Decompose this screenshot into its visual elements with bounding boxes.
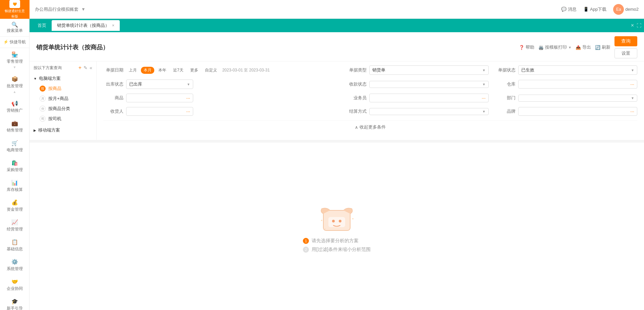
desktop-group-arrow: ▼	[34, 77, 37, 81]
scheme-collapse-btn[interactable]: «	[90, 65, 92, 70]
store-status-label: 出库状态	[103, 81, 123, 87]
goods-input[interactable]: ···	[126, 94, 193, 102]
shortcut-this-month[interactable]: 本月	[141, 67, 154, 74]
scheme-item-by-category[interactable]: 分 按商品分类	[30, 104, 96, 114]
sidebar-item-sales-label: 销售管理	[7, 127, 23, 133]
scheme-item-by-goods-label: 按商品	[48, 86, 61, 92]
payment-select[interactable]: ▼	[369, 81, 488, 88]
hint-1: 1 请先选择要分析的方案	[303, 238, 371, 244]
goods-label: 商品	[103, 95, 123, 101]
tab-active-label: 销货单统计计表（按商品）	[57, 22, 109, 29]
scheme-item-by-goods[interactable]: 按 按商品	[30, 84, 96, 94]
shortcut-7days[interactable]: 近7天	[170, 67, 186, 74]
shortcut-this-year[interactable]: 本年	[156, 67, 169, 74]
collapse-filters-btn[interactable]: ∧ 收起更多条件	[355, 124, 386, 130]
tab-close-btn[interactable]: ×	[112, 23, 114, 28]
sidebar-item-finance[interactable]: 💰 资金管理	[0, 196, 29, 216]
main-area: 办公用品行业模拟账套 ▼ 💬 消息 📱 App下载 Ea demo2 首页 销货…	[30, 0, 644, 310]
window-expand-btn[interactable]: ⛶	[637, 23, 641, 28]
sidebar-item-ecommerce[interactable]: 🛒 电商管理	[0, 137, 29, 156]
sidebar-item-sales[interactable]: 💼 销售管理	[0, 117, 29, 137]
scheme-item-by-month-goods[interactable]: 月 按月+商品	[30, 94, 96, 104]
goods-control: ···	[126, 94, 340, 102]
quick-nav-btn[interactable]: ⚡ 快捷导航	[0, 37, 29, 48]
goods-dots[interactable]: ···	[186, 95, 190, 101]
wholesale-icon: 📦	[11, 76, 18, 82]
sidebar-item-system-label: 系统管理	[7, 266, 23, 272]
hint-2-num: 2	[303, 247, 309, 253]
receiver-input[interactable]: ···	[126, 107, 193, 116]
staff-dots[interactable]: ···	[482, 95, 486, 101]
brand-input[interactable]: ···	[518, 107, 637, 116]
shortcut-custom[interactable]: 自定义	[202, 67, 220, 74]
help-btn[interactable]: ❓ 帮助	[519, 44, 534, 50]
industry-selector[interactable]: 办公用品行业模拟账套 ▼	[35, 6, 86, 12]
store-status-arrow: ▼	[187, 83, 190, 86]
tab-active[interactable]: 销货单统计计表（按商品） ×	[52, 20, 120, 31]
dept-select[interactable]: ▼	[518, 95, 637, 102]
filter-row-2: 出库状态 已出库 ▼ 收款状态	[103, 80, 637, 89]
scheme-add-btn[interactable]: +	[78, 65, 82, 71]
staff-input[interactable]: ···	[369, 94, 488, 102]
export-btn[interactable]: 📤 导出	[576, 44, 591, 50]
scheme-group-desktop-header[interactable]: ▼ 电脑端方案	[30, 73, 96, 84]
date-shortcuts: 上月 本月 本年 近7天 更多 自定义	[126, 67, 220, 74]
app-name: 畅捷通好生意	[5, 9, 25, 13]
search-menu-btn[interactable]: 🔍 搜索菜单	[0, 19, 29, 37]
settings-btn[interactable]: 设置	[614, 48, 637, 58]
sidebar-item-newbie[interactable]: 🎓 新手引导	[0, 295, 29, 310]
settlement-select[interactable]: ▼	[369, 108, 488, 115]
sidebar-item-retail[interactable]: 🏪 零售管理 ▼	[0, 48, 29, 72]
payment-arrow: ▼	[482, 83, 486, 86]
sidebar-item-wholesale[interactable]: 📦 批发管理 ▲	[0, 72, 29, 97]
type-select[interactable]: 销货单 ▼	[369, 65, 488, 75]
help-label: 帮助	[526, 44, 534, 50]
scheme-group-mobile-header[interactable]: ▶ 移动端方案	[30, 125, 96, 135]
scheme-panel-actions: + ✎ «	[78, 65, 92, 71]
sidebar-item-operations-label: 经营管理	[7, 226, 23, 232]
dept-label: 部门	[495, 95, 516, 101]
header-actions: 💬 消息 📱 App下载 Ea demo2	[561, 4, 639, 15]
brand-dots[interactable]: ···	[630, 109, 634, 114]
filter-field-date: 单据日期 上月 本月 本年 近7天 更多 自定义	[103, 67, 340, 74]
page-header: 销货单统计计表（按商品） ❓ 帮助 🖨️ 按模板打印 ▼ 📤	[30, 32, 644, 61]
window-close-btn[interactable]: ×	[631, 22, 634, 29]
refresh-btn[interactable]: 🔄 刷新	[595, 44, 610, 50]
template-print-btn[interactable]: 🖨️ 按模板打印 ▼	[538, 44, 572, 50]
app-download-btn[interactable]: 📱 App下载	[583, 6, 606, 12]
store-status-value: 已出库	[129, 81, 142, 87]
message-btn[interactable]: 💬 消息	[561, 6, 577, 12]
operations-icon: 📈	[11, 219, 18, 225]
warehouse-control: ···	[518, 80, 637, 89]
scheme-item-by-category-label: 按商品分类	[48, 106, 70, 112]
svg-point-6	[325, 228, 326, 229]
app-logo[interactable]: 🧡 畅捷通好生意 标版	[0, 0, 30, 19]
warehouse-dots[interactable]: ···	[630, 82, 634, 87]
user-menu-btn[interactable]: Ea demo2	[613, 4, 639, 15]
help-icon: ❓	[519, 45, 524, 50]
status-select[interactable]: 已生效 ▼	[518, 65, 637, 75]
store-status-select[interactable]: 已出库 ▼	[126, 80, 193, 89]
filter-field-brand: 品牌 ···	[495, 107, 637, 116]
shortcut-last-month[interactable]: 上月	[126, 67, 140, 74]
query-btn[interactable]: 查询	[614, 36, 637, 46]
section-divider	[30, 140, 644, 143]
finance-icon: 💰	[11, 199, 18, 206]
sidebar-item-inventory[interactable]: 📊 库存核算	[0, 176, 29, 196]
sidebar-item-purchase[interactable]: 🛍️ 采购管理	[0, 156, 29, 176]
user-avatar: Ea	[613, 4, 624, 15]
sidebar-item-system[interactable]: ⚙️ 系统管理	[0, 255, 29, 275]
filter-row-1: 单据日期 上月 本月 本年 近7天 更多 自定义	[103, 65, 637, 75]
tab-home[interactable]: 首页	[32, 22, 52, 29]
sidebar-item-operations[interactable]: 📈 经营管理	[0, 216, 29, 236]
warehouse-input[interactable]: ···	[518, 80, 637, 89]
filter-field-settlement: 结算方式 ▼	[346, 108, 488, 115]
scheme-edit-btn[interactable]: ✎	[84, 65, 88, 70]
scheme-item-by-driver[interactable]: 司 按司机	[30, 114, 96, 124]
shortcut-more[interactable]: 更多	[187, 67, 201, 74]
sidebar-item-cooperation[interactable]: 🤝 企业协同	[0, 275, 29, 295]
scheme-panel-header: 按以下方案查询 + ✎ «	[30, 65, 96, 73]
sidebar-item-basic[interactable]: 📋 基础信息	[0, 236, 29, 255]
sidebar-item-marketing[interactable]: 📢 营销推广	[0, 97, 29, 117]
receiver-dots[interactable]: ···	[186, 109, 190, 114]
